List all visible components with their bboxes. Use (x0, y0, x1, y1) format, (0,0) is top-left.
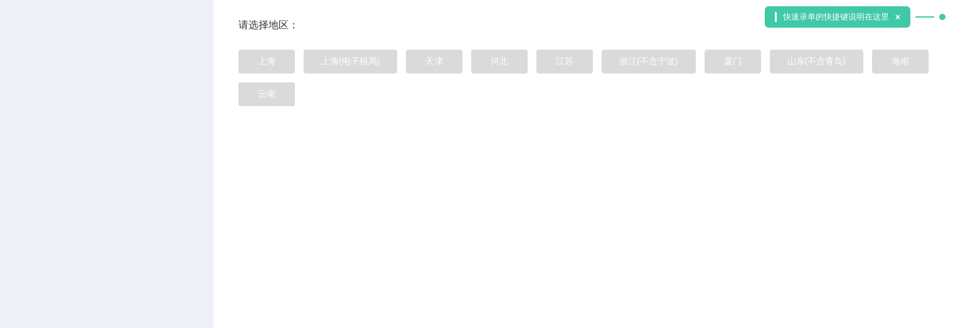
region-button-jiangsu[interactable]: 江苏 (536, 50, 593, 74)
region-button-yunnan[interactable]: 云南 (238, 82, 295, 106)
region-button-shanghai-etax[interactable]: 上海(电子税局) (304, 50, 397, 74)
region-button-hebei[interactable]: 河北 (471, 50, 528, 74)
region-button-shandong[interactable]: 山东(不含青岛) (770, 50, 863, 74)
main-content: 请选择地区： 上海上海(电子税局)天津河北江苏浙江(不含宁波)厦门山东(不含青岛… (213, 0, 980, 328)
region-buttons-container: 上海上海(电子税局)天津河北江苏浙江(不含宁波)厦门山东(不含青岛)海南云南 (238, 50, 955, 106)
region-button-tianjin[interactable]: 天津 (406, 50, 462, 74)
region-button-shanghai[interactable]: 上海 (238, 50, 295, 74)
tooltip-line (915, 16, 934, 18)
tooltip-text: 快速录单的快捷键说明在这里 (783, 11, 889, 23)
tooltip-close-button[interactable]: × (895, 13, 900, 21)
region-button-zhejiang[interactable]: 浙江(不含宁波) (602, 50, 695, 74)
tooltip-container: 快速录单的快捷键说明在这里 × (765, 6, 945, 28)
tooltip-dot (939, 14, 945, 20)
tooltip-badge: 快速录单的快捷键说明在这里 × (765, 6, 910, 28)
left-sidebar (0, 0, 213, 328)
region-button-hainan[interactable]: 海南 (872, 50, 929, 74)
region-button-xiamen[interactable]: 厦门 (705, 50, 761, 74)
